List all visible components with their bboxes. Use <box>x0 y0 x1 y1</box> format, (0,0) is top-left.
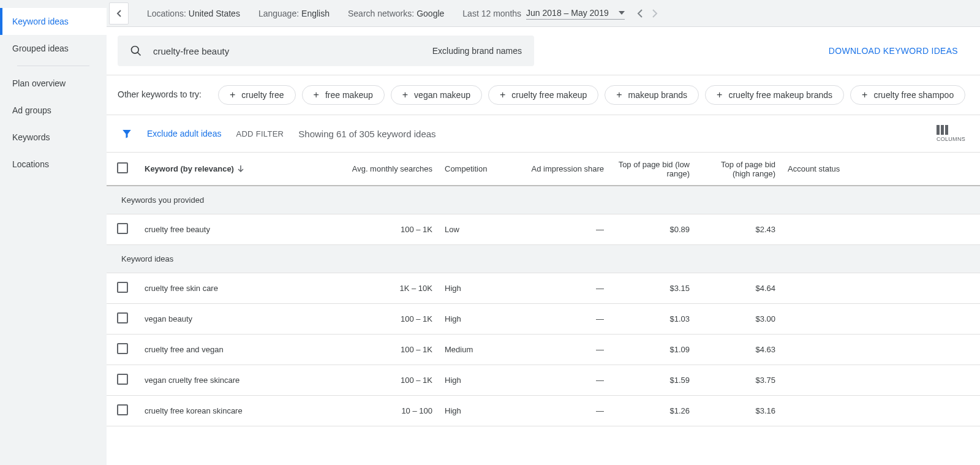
chevron-right-icon <box>652 9 658 18</box>
cell-impression: — <box>524 273 610 303</box>
cell-competition: Low <box>439 214 524 244</box>
language-selector[interactable]: Language: English <box>258 9 330 18</box>
keyword-table: Keyword (by relevance) Avg. monthly sear… <box>107 153 980 426</box>
chip-label: free makeup <box>325 90 373 100</box>
cell-keyword: cruelty free beauty <box>138 214 310 244</box>
header-keyword[interactable]: Keyword (by relevance) <box>138 153 310 186</box>
table-row[interactable]: vegan beauty100 – 1KHigh—$1.03$3.00 <box>107 303 980 334</box>
cell-bid-low: $1.03 <box>610 303 696 334</box>
sidebar-item-keywords[interactable]: Keywords <box>0 124 107 151</box>
sidebar-item-grouped-ideas[interactable]: Grouped ideas <box>0 35 107 62</box>
search-bar: Excluding brand names <box>118 36 534 66</box>
cell-impression: — <box>524 303 610 334</box>
download-keyword-ideas-button[interactable]: DOWNLOAD KEYWORD IDEAS <box>829 46 969 56</box>
cell-searches: 100 – 1K <box>310 214 439 244</box>
header-searches[interactable]: Avg. monthly searches <box>310 153 439 186</box>
language-label: Language: <box>258 9 299 18</box>
plus-icon: + <box>616 89 622 100</box>
header-status[interactable]: Account status <box>782 153 980 186</box>
chip-label: cruelty free shampoo <box>873 90 954 100</box>
table-row[interactable]: cruelty free and vegan100 – 1KMedium—$1.… <box>107 334 980 365</box>
topbar: Locations: United States Language: Engli… <box>107 0 980 27</box>
showing-count: Showing 61 of 305 keyword ideas <box>298 129 435 139</box>
cell-searches: 1K – 10K <box>310 273 439 303</box>
date-prev-button[interactable] <box>635 7 645 20</box>
cell-bid-low: $1.09 <box>610 334 696 365</box>
filter-bar: Exclude adult ideas ADD FILTER Showing 6… <box>107 115 980 153</box>
sidebar-item-ad-groups[interactable]: Ad groups <box>0 97 107 124</box>
cell-competition: Medium <box>439 334 524 365</box>
cell-competition: High <box>439 273 524 303</box>
row-checkbox[interactable] <box>117 312 128 323</box>
plus-icon: + <box>314 89 319 100</box>
date-next-button[interactable] <box>650 7 660 20</box>
columns-icon <box>937 125 965 135</box>
table-row[interactable]: cruelty free korean skincare10 – 100High… <box>107 395 980 426</box>
cell-bid-low: $1.59 <box>610 365 696 395</box>
cell-searches: 10 – 100 <box>310 395 439 426</box>
plus-icon: + <box>500 89 505 100</box>
table-row[interactable]: cruelty free beauty100 – 1KLow—$0.89$2.4… <box>107 214 980 244</box>
suggestion-chip[interactable]: +vegan makeup <box>391 85 482 105</box>
chevron-left-icon <box>116 10 121 17</box>
cell-bid-high: $3.00 <box>696 303 782 334</box>
sidebar-item-plan-overview[interactable]: Plan overview <box>0 70 107 97</box>
cell-keyword: cruelty free skin care <box>138 273 310 303</box>
header-bid-high[interactable]: Top of page bid (high range) <box>696 153 782 186</box>
cell-status <box>782 273 980 303</box>
date-range-selector[interactable]: Last 12 months Jun 2018 – May 2019 <box>462 7 660 20</box>
suggestion-chip[interactable]: +cruelty free makeup <box>488 85 598 105</box>
plus-icon: + <box>862 89 867 100</box>
cell-bid-high: $4.64 <box>696 273 782 303</box>
chevron-left-icon <box>637 9 643 18</box>
cell-competition: High <box>439 395 524 426</box>
locations-value: United States <box>189 9 240 18</box>
networks-selector[interactable]: Search networks: Google <box>348 9 444 18</box>
cell-keyword: cruelty free and vegan <box>138 334 310 365</box>
suggestion-chip[interactable]: +cruelty free shampoo <box>850 85 965 105</box>
svg-rect-2 <box>937 125 940 135</box>
header-impression[interactable]: Ad impression share <box>524 153 610 186</box>
exclude-adult-ideas-link[interactable]: Exclude adult ideas <box>147 129 221 138</box>
sidebar-item-keyword-ideas[interactable]: Keyword ideas <box>0 8 107 35</box>
header-competition[interactable]: Competition <box>439 153 524 186</box>
add-filter-button[interactable]: ADD FILTER <box>236 129 284 138</box>
row-checkbox[interactable] <box>117 223 128 234</box>
row-checkbox[interactable] <box>117 343 128 354</box>
select-all-checkbox[interactable] <box>117 162 128 173</box>
filter-icon[interactable] <box>121 128 132 139</box>
row-checkbox[interactable] <box>117 404 128 415</box>
suggestion-chip[interactable]: +cruelty free <box>218 85 296 105</box>
svg-rect-4 <box>945 125 948 135</box>
chip-label: cruelty free makeup <box>511 90 587 100</box>
cell-bid-high: $2.43 <box>696 214 782 244</box>
table-row[interactable]: vegan cruelty free skincare100 – 1KHigh—… <box>107 365 980 395</box>
table-section-header: Keywords you provided <box>107 186 980 214</box>
svg-point-0 <box>132 47 139 54</box>
sidebar-item-locations[interactable]: Locations <box>0 151 107 178</box>
cell-impression: — <box>524 334 610 365</box>
date-range-value: Jun 2018 – May 2019 <box>526 8 609 18</box>
table-row[interactable]: cruelty free skin care1K – 10KHigh—$3.15… <box>107 273 980 303</box>
suggestion-chip[interactable]: +free makeup <box>302 85 385 105</box>
svg-line-1 <box>138 53 141 56</box>
cell-bid-low: $0.89 <box>610 214 696 244</box>
search-input[interactable] <box>153 46 421 56</box>
suggestion-chip[interactable]: +cruelty free makeup brands <box>705 85 844 105</box>
row-checkbox[interactable] <box>117 282 128 293</box>
cell-bid-high: $4.63 <box>696 334 782 365</box>
columns-button[interactable]: COLUMNS <box>937 125 965 142</box>
cell-competition: High <box>439 365 524 395</box>
cell-impression: — <box>524 395 610 426</box>
row-checkbox[interactable] <box>117 374 128 385</box>
header-bid-low[interactable]: Top of page bid (low range) <box>610 153 696 186</box>
cell-bid-high: $3.75 <box>696 365 782 395</box>
excluding-text[interactable]: Excluding brand names <box>432 46 522 56</box>
svg-rect-3 <box>941 125 944 135</box>
collapse-sidebar-button[interactable] <box>109 2 129 25</box>
suggestion-chip[interactable]: +makeup brands <box>605 85 699 105</box>
locations-selector[interactable]: Locations: United States <box>147 9 240 18</box>
cell-bid-low: $3.15 <box>610 273 696 303</box>
cell-impression: — <box>524 214 610 244</box>
plus-icon: + <box>402 89 408 100</box>
